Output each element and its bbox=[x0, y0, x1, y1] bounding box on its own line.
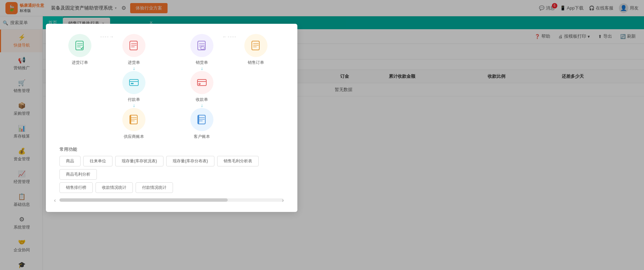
func-btn-product[interactable]: 商品 bbox=[59, 156, 81, 166]
common-functions-title: 常用功能 bbox=[59, 146, 284, 152]
svg-rect-4 bbox=[130, 41, 137, 50]
sales-order-icon bbox=[190, 34, 213, 57]
arrow-2: ← - - - - bbox=[222, 34, 236, 49]
func-btn-counterpart[interactable]: 往来单位 bbox=[83, 156, 112, 166]
scroll-thumb[interactable] bbox=[59, 198, 228, 202]
modal-overlay[interactable]: 进货订单 - - - - → 进货单 ↓ bbox=[0, 0, 644, 270]
scroll-right-icon[interactable]: › bbox=[282, 197, 284, 203]
flow-node-purchase-receipt[interactable]: 进货单 bbox=[114, 34, 154, 66]
svg-rect-8 bbox=[129, 79, 138, 86]
flow-col-sales-order: 销货单 ↓ ¥ 收款单 ↓ bbox=[181, 34, 222, 140]
flow-node-receipt[interactable]: ¥ 收款单 bbox=[181, 71, 222, 103]
payment-label: 付款单 bbox=[128, 97, 140, 103]
svg-rect-10 bbox=[131, 83, 134, 84]
arrow-down-receipt: ↓ bbox=[201, 66, 203, 71]
svg-rect-29 bbox=[198, 115, 199, 124]
svg-rect-30 bbox=[252, 41, 259, 50]
func-btn-sales-rank[interactable]: 销售排行榜 bbox=[59, 182, 93, 193]
func-btn-payment-stats[interactable]: 付款情况统计 bbox=[136, 182, 173, 193]
func-btn-sales-profit[interactable]: 销售毛利分析表 bbox=[217, 156, 259, 166]
func-buttons-row2: 销售排行榜 收款情况统计 付款情况统计 bbox=[59, 182, 284, 193]
flow-node-sales-order[interactable]: 销货单 bbox=[181, 34, 222, 66]
sales-order2-icon bbox=[244, 34, 267, 57]
flow-row-1: 进货订单 - - - - → 进货单 ↓ bbox=[59, 34, 284, 140]
flow-node-customer-ledger[interactable]: 客户账本 bbox=[181, 108, 222, 140]
purchase-order-icon bbox=[68, 34, 91, 57]
modal-box: 进货订单 - - - - → 进货单 ↓ bbox=[46, 24, 297, 212]
arrow-down-supplier: ↓ bbox=[133, 103, 135, 108]
receipt-label: 收款单 bbox=[196, 97, 208, 103]
payment-icon bbox=[122, 71, 145, 94]
purchase-receipt-label: 进货单 bbox=[128, 60, 140, 66]
modal-scrollbar[interactable]: ‹ › bbox=[59, 198, 284, 202]
flow-node-purchase-order[interactable]: 进货订单 bbox=[59, 34, 100, 66]
flow-col-purchase-receipt: 进货单 ↓ 付款单 ↓ bbox=[114, 34, 154, 140]
func-btn-stock-dist[interactable]: 现存量(库存分布表) bbox=[166, 156, 214, 166]
func-btn-receipt-stats[interactable]: 收款情况统计 bbox=[95, 182, 133, 193]
func-btn-stock-status[interactable]: 现存量(库存状况表) bbox=[115, 156, 163, 166]
flow-node-sales-order2[interactable]: 销售订单 bbox=[236, 34, 276, 66]
svg-rect-15 bbox=[130, 115, 131, 124]
flow-node-payment[interactable]: 付款单 bbox=[114, 71, 154, 103]
sales-order2-label: 销售订单 bbox=[248, 60, 264, 66]
supplier-ledger-icon bbox=[122, 108, 145, 131]
supplier-ledger-label: 供应商账本 bbox=[124, 134, 144, 140]
arrow-1: - - - - → bbox=[100, 34, 114, 49]
customer-ledger-label: 客户账本 bbox=[194, 134, 210, 140]
scroll-left-icon[interactable]: ‹ bbox=[54, 197, 56, 203]
receipt-icon: ¥ bbox=[190, 71, 213, 94]
purchase-receipt-icon bbox=[122, 34, 145, 57]
flow-node-supplier-ledger[interactable]: 供应商账本 bbox=[114, 108, 154, 140]
customer-ledger-icon bbox=[190, 108, 213, 131]
sales-order-label: 销货单 bbox=[196, 60, 208, 66]
arrow-down-payment: ↓ bbox=[133, 66, 135, 71]
func-btn-product-profit[interactable]: 商品毛利分析 bbox=[59, 169, 97, 180]
arrow-down-customer: ↓ bbox=[201, 103, 203, 108]
svg-text:¥: ¥ bbox=[199, 83, 200, 85]
purchase-order-label: 进货订单 bbox=[72, 60, 88, 66]
func-buttons-row1: 商品 往来单位 现存量(库存状况表) 现存量(库存分布表) 销售毛利分析表 商品… bbox=[59, 156, 284, 180]
common-functions: 常用功能 商品 往来单位 现存量(库存状况表) 现存量(库存分布表) 销售毛利分… bbox=[59, 146, 284, 193]
